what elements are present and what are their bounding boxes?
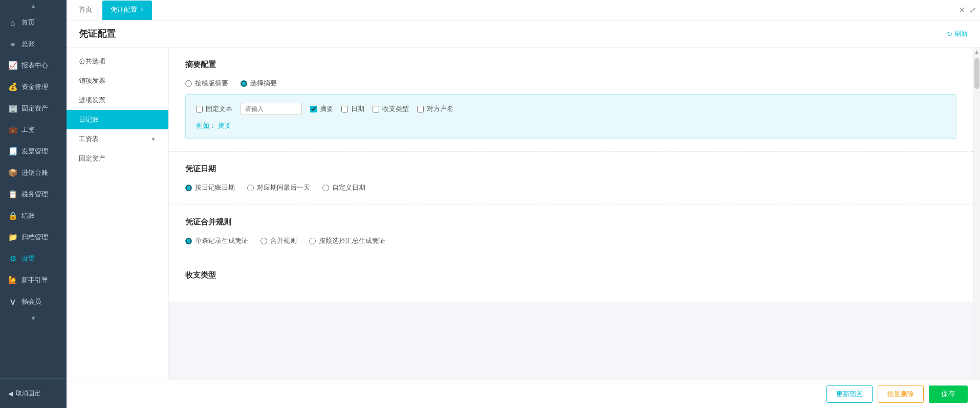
radio-journal-date[interactable] bbox=[185, 185, 192, 191]
sidebar-item-guide[interactable]: 🙋 新手引导 bbox=[0, 269, 67, 291]
tax-icon: 📋 bbox=[8, 190, 17, 199]
sidebar-item-settings[interactable]: ⚙ 设置 bbox=[0, 248, 67, 269]
sidebar-item-closing[interactable]: 🔒 结账 bbox=[0, 205, 67, 226]
radio-merge-label[interactable]: 合并规则 bbox=[260, 236, 297, 245]
checkbox-abstract[interactable] bbox=[310, 106, 317, 112]
tab-bar-actions: ✕ ⤢ bbox=[959, 5, 976, 15]
window-close-icon[interactable]: ✕ bbox=[959, 5, 965, 15]
summary-radio-row: 按模版摘要 选择摘要 bbox=[185, 79, 956, 88]
radio-select[interactable] bbox=[241, 80, 247, 87]
left-nav-purchase-invoice[interactable]: 进项发票 bbox=[67, 90, 168, 110]
sidebar-item-label: 总账 bbox=[21, 39, 35, 49]
radio-template[interactable] bbox=[185, 80, 192, 87]
radio-custom-date-text: 自定义日期 bbox=[332, 183, 365, 192]
checkbox-income-type[interactable] bbox=[373, 106, 379, 112]
sidebar-item-label: 结账 bbox=[21, 211, 35, 220]
checkbox-fixed-text[interactable] bbox=[196, 106, 203, 112]
left-nav-journal[interactable]: 日记账 bbox=[67, 110, 168, 129]
tab-voucher-config[interactable]: 凭证配置 × bbox=[102, 1, 152, 20]
summary-config-box: 固定文本 摘要 日期 bbox=[185, 94, 956, 139]
sidebar-item-vip[interactable]: V 畅会员 bbox=[0, 291, 67, 312]
radio-single-text: 单条记录生成凭证 bbox=[195, 236, 248, 245]
sidebar-item-home[interactable]: ⌂ 首页 bbox=[0, 12, 67, 33]
radio-merge[interactable] bbox=[260, 238, 267, 244]
tab-active-label: 凭证配置 bbox=[111, 5, 137, 14]
radio-last-day[interactable] bbox=[247, 185, 254, 191]
window-maximize-icon[interactable]: ⤢ bbox=[969, 5, 976, 15]
sidebar-item-archive[interactable]: 📁 归档管理 bbox=[0, 226, 67, 248]
update-preview-button[interactable]: 更新预置 bbox=[826, 386, 873, 403]
sidebar-item-assets[interactable]: 🏢 固定资产 bbox=[0, 98, 67, 119]
fixed-text-input[interactable] bbox=[241, 103, 302, 115]
home-icon: ⌂ bbox=[8, 18, 17, 27]
sidebar-item-label: 首页 bbox=[21, 18, 35, 27]
guide-icon: 🙋 bbox=[8, 276, 17, 285]
refresh-button[interactable]: ↻ 刷新 bbox=[947, 29, 968, 38]
radio-last-day-label[interactable]: 对应期间最后一天 bbox=[247, 183, 310, 192]
sidebar: ▲ ⌂ 首页 ≡ 总账 📈 报表中心 💰 资金管理 🏢 固定资产 💼 工资 🧾 … bbox=[0, 0, 67, 408]
page-title: 凭证配置 bbox=[79, 28, 116, 40]
left-nav-payroll-sheet[interactable]: 工资表 ▼ bbox=[67, 129, 168, 149]
left-nav-sales-invoice[interactable]: 销项发票 bbox=[67, 71, 168, 90]
sidebar-item-reports[interactable]: 📈 报表中心 bbox=[0, 55, 67, 76]
archive-icon: 📁 bbox=[8, 233, 17, 242]
radio-select-merge-label[interactable]: 按照选择汇总生成凭证 bbox=[309, 236, 385, 245]
radio-single[interactable] bbox=[185, 238, 192, 244]
checkbox-abstract-label[interactable]: 摘要 bbox=[310, 104, 333, 114]
radio-template-label[interactable]: 按模版摘要 bbox=[185, 79, 228, 88]
checkbox-date[interactable] bbox=[341, 106, 348, 112]
date-title: 凭证日期 bbox=[185, 164, 956, 174]
radio-custom-date[interactable] bbox=[322, 185, 329, 191]
checkbox-income-type-label[interactable]: 收支类型 bbox=[373, 104, 409, 114]
left-nav-fixed-assets[interactable]: 固定资产 bbox=[67, 149, 168, 168]
save-button[interactable]: 保存 bbox=[929, 386, 968, 403]
radio-merge-text: 合并规则 bbox=[270, 236, 297, 245]
date-section: 凭证日期 按日记账日期 对应期间最后一天 bbox=[169, 152, 973, 205]
checkbox-counterpart[interactable] bbox=[417, 106, 424, 112]
radio-select-label[interactable]: 选择摘要 bbox=[241, 79, 277, 88]
left-nav-public-label: 公共选项 bbox=[79, 57, 105, 66]
batch-delete-button[interactable]: 批量删除 bbox=[878, 386, 924, 403]
scrollbar-up-arrow[interactable]: ▲ bbox=[973, 48, 980, 56]
income-type-section: 收支类型 bbox=[169, 258, 973, 302]
payroll-icon: 💼 bbox=[8, 125, 17, 134]
sidebar-item-stock[interactable]: 📦 进销台账 bbox=[0, 162, 67, 184]
checkbox-abstract-text: 摘要 bbox=[320, 104, 333, 114]
radio-select-merge[interactable] bbox=[309, 238, 316, 244]
scrollbar-thumb[interactable] bbox=[974, 58, 979, 89]
sidebar-scroll-down[interactable]: ▼ bbox=[0, 312, 67, 324]
left-nav-public[interactable]: 公共选项 bbox=[67, 52, 168, 71]
sidebar-item-label: 畅会员 bbox=[21, 297, 41, 306]
radio-select-text: 选择摘要 bbox=[250, 79, 277, 88]
sidebar-bottom: ◀ 取消固定 bbox=[0, 378, 67, 408]
reports-icon: 📈 bbox=[8, 61, 17, 70]
date-radio-row: 按日记账日期 对应期间最后一天 自定义日期 bbox=[185, 183, 956, 192]
summary-title: 摘要配置 bbox=[185, 60, 956, 70]
checkbox-fixed-text-label[interactable]: 固定文本 bbox=[196, 104, 232, 114]
summary-section: 摘要配置 按模版摘要 选择摘要 bbox=[169, 48, 973, 152]
tab-close-icon[interactable]: × bbox=[140, 6, 144, 13]
page-header: 凭证配置 ↻ 刷新 bbox=[67, 20, 980, 48]
sidebar-item-label: 归档管理 bbox=[21, 233, 48, 242]
sidebar-item-ledger[interactable]: ≡ 总账 bbox=[0, 33, 67, 55]
merge-radio-row: 单条记录生成凭证 合并规则 按照选择汇总生成凭证 bbox=[185, 236, 956, 245]
radio-journal-date-label[interactable]: 按日记账日期 bbox=[185, 183, 235, 192]
unpin-button[interactable]: ◀ 取消固定 bbox=[0, 384, 67, 403]
sidebar-item-invoice-mgmt[interactable]: 🧾 发票管理 bbox=[0, 141, 67, 162]
radio-custom-date-label[interactable]: 自定义日期 bbox=[322, 183, 365, 192]
sidebar-item-funds[interactable]: 💰 资金管理 bbox=[0, 76, 67, 98]
sidebar-item-label: 报表中心 bbox=[21, 61, 48, 70]
sidebar-item-payroll[interactable]: 💼 工资 bbox=[0, 119, 67, 141]
checkbox-date-label[interactable]: 日期 bbox=[341, 104, 364, 114]
sidebar-scroll-up[interactable]: ▲ bbox=[0, 0, 67, 12]
radio-select-merge-text: 按照选择汇总生成凭证 bbox=[319, 236, 385, 245]
tab-home[interactable]: 首页 bbox=[71, 1, 100, 20]
sidebar-item-tax[interactable]: 📋 税务管理 bbox=[0, 184, 67, 205]
radio-single-label[interactable]: 单条记录生成凭证 bbox=[185, 236, 248, 245]
sidebar-item-label: 设置 bbox=[21, 254, 35, 263]
sidebar-item-label: 资金管理 bbox=[21, 82, 48, 92]
checkbox-counterpart-label[interactable]: 对方户名 bbox=[417, 104, 453, 114]
window-scrollbar[interactable]: ▲ bbox=[973, 48, 980, 380]
left-nav-purchase-label: 进项发票 bbox=[79, 96, 105, 105]
stock-icon: 📦 bbox=[8, 168, 17, 177]
